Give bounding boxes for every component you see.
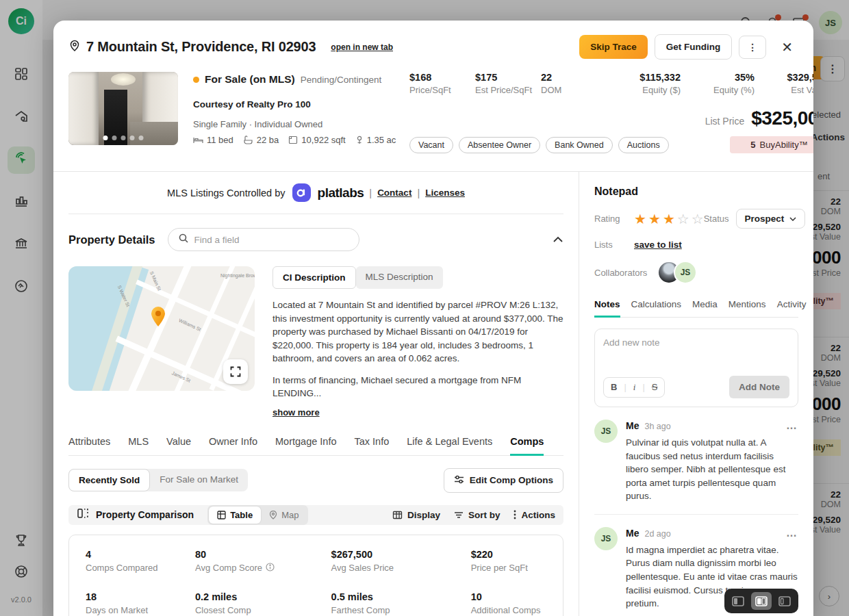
listing-status: For Sale (on MLS) [205, 73, 295, 86]
description-paragraph: Located at 7 Mountain St and identified … [273, 298, 563, 365]
mls-attribution-bar: MLS Listings Controlled by platlabs | Co… [68, 172, 563, 214]
find-field-search[interactable] [168, 228, 359, 251]
tab-mls-description[interactable]: MLS Description [356, 266, 443, 289]
tab-mortgage-info[interactable]: Mortgage Info [275, 436, 336, 455]
display-button[interactable]: Display [392, 510, 440, 520]
note-timestamp: 3h ago [644, 422, 670, 431]
comps-stats-card: 4Comps Compared 80Avg Comp Score $267,50… [68, 535, 563, 616]
contact-link[interactable]: Contact [377, 188, 411, 198]
note-author: Me [626, 528, 639, 539]
note-timestamp: 2d ago [644, 529, 670, 539]
notepad-panel: Notepad Rating ★ ★ ★ ☆ ☆ Status Prospect… [579, 172, 813, 616]
tag-absentee-owner[interactable]: Absentee Owner [459, 137, 540, 153]
chevron-up-icon[interactable] [553, 233, 563, 246]
tab-life-legal-events[interactable]: Life & Legal Events [407, 436, 492, 455]
add-note-button[interactable]: Add Note [729, 376, 789, 398]
close-icon[interactable]: ✕ [776, 36, 798, 58]
sort-by-button[interactable]: Sort by [454, 510, 500, 520]
status-dropdown[interactable]: Prospect [736, 209, 806, 229]
skip-trace-button[interactable]: Skip Trace [579, 35, 648, 59]
note-menu-icon[interactable]: … [786, 420, 798, 432]
tag-vacant[interactable]: Vacant [409, 137, 453, 153]
tab-owner-info[interactable]: Owner Info [209, 436, 257, 455]
note-menu-icon[interactable]: … [786, 527, 798, 539]
baths-feature: 22 ba [243, 135, 279, 145]
tab-attributes[interactable]: Attributes [68, 436, 110, 455]
modal-kebab-button[interactable]: ⋮ [739, 36, 766, 59]
stat-comps-compared: 4Comps Compared [86, 549, 195, 574]
view-map[interactable]: Map [261, 506, 307, 524]
star-icon[interactable]: ★ [663, 212, 675, 226]
tab-mentions[interactable]: Mentions [728, 299, 766, 317]
note-input[interactable] [603, 337, 789, 368]
tag-bank-owned[interactable]: Bank Owned [546, 137, 613, 153]
stat-equity-percent: 35%Equity (%) [681, 72, 755, 95]
note-avatar: JS [594, 420, 618, 443]
notepad-tabs: Notes Calculations Media Mentions Activi… [594, 299, 798, 318]
tab-tax-info[interactable]: Tax Info [355, 436, 390, 455]
buyability-badge: 5BuyAbility™ [730, 136, 813, 153]
lot-size-feature: 1.35 ac [355, 135, 396, 145]
property-detail-modal: 7 Mountain St, Providence, RI 02903 open… [53, 21, 813, 616]
edit-comp-options-button[interactable]: Edit Comp Options [444, 468, 563, 493]
tab-ci-description[interactable]: CI Description [273, 266, 356, 289]
map-poi-label: Nightingale Brown House [220, 273, 255, 278]
layout-left-bar-icon[interactable] [774, 592, 795, 610]
sqft-feature: 10,922 sqft [288, 135, 345, 145]
collaborator-avatar-initials[interactable]: JS [674, 261, 697, 284]
property-details-title: Property Details [68, 233, 155, 246]
tab-value[interactable]: Value [166, 436, 191, 455]
property-map[interactable]: S Main St S Water St Williams St James S… [68, 266, 255, 391]
star-icon[interactable]: ★ [634, 212, 646, 226]
tab-calculations[interactable]: Calculations [631, 299, 682, 317]
property-type-line: Single Family · Individual Owned [193, 119, 409, 129]
map-fullscreen-button[interactable] [223, 359, 248, 384]
panel-layout-toggle [724, 589, 798, 613]
photo-carousel-dots[interactable] [103, 136, 144, 140]
bold-button[interactable]: B [611, 382, 617, 392]
listing-substatus: Pending/Contingent [301, 75, 382, 85]
actions-kebab-button[interactable]: Actions [514, 510, 555, 520]
stat-est-price-sqft: $175Est Price/SqFt [475, 72, 541, 95]
strikethrough-button[interactable]: S [652, 382, 658, 392]
rating-stars[interactable]: ★ ★ ★ ☆ ☆ [634, 212, 704, 226]
comparison-title: Property Comparison [96, 509, 194, 520]
stat-avg-comp-score: 80Avg Comp Score [195, 549, 331, 574]
location-pin-icon [68, 40, 81, 55]
star-icon[interactable]: ★ [648, 212, 661, 226]
view-toggle: Table Map [207, 505, 308, 525]
stat-additional-comps: 10Additional Comps [471, 591, 546, 615]
courtesy-line: Courtesy of Realty Pro 100 [193, 99, 409, 110]
map-pin-icon [149, 306, 167, 331]
rating-label: Rating [594, 214, 634, 224]
tab-notes[interactable]: Notes [594, 299, 620, 318]
find-field-input[interactable] [194, 235, 349, 245]
toggle-recently-sold[interactable]: Recently Sold [68, 469, 150, 491]
tab-media[interactable]: Media [692, 299, 718, 317]
italic-button[interactable]: i [633, 382, 636, 393]
tab-activity[interactable]: Activity [777, 299, 807, 317]
star-icon[interactable]: ☆ [677, 212, 689, 226]
info-icon[interactable] [266, 563, 275, 574]
open-in-new-tab-link[interactable]: open in new tab [331, 42, 393, 52]
show-more-link[interactable]: show more [273, 407, 320, 418]
stat-avg-sales-price: $267,500Avg Sales Price [331, 549, 471, 574]
layout-left-collapsed-icon[interactable] [728, 592, 748, 610]
tag-auctions[interactable]: Auctions [618, 137, 669, 153]
toggle-for-sale-on-market[interactable]: For Sale on Market [150, 469, 248, 491]
property-address-title: 7 Mountain St, Providence, RI 02903 [86, 39, 316, 55]
tab-comps[interactable]: Comps [510, 436, 544, 456]
get-funding-button[interactable]: Get Funding [655, 34, 732, 60]
layout-split-icon[interactable] [751, 592, 772, 610]
property-photo[interactable] [68, 72, 178, 145]
star-icon[interactable]: ☆ [692, 212, 704, 226]
note-avatar: JS [594, 527, 618, 550]
save-to-list-link[interactable]: save to list [634, 240, 682, 250]
note-item: JS Me 3h ago … Pulvinar id quis volutpat… [594, 407, 798, 515]
licenses-link[interactable]: Licenses [425, 188, 465, 198]
note-author: Me [626, 420, 639, 431]
tab-mls[interactable]: MLS [128, 436, 149, 455]
view-table[interactable]: Table [209, 506, 261, 524]
stat-closest-comp: 0.2 milesClosest Comp [195, 591, 331, 615]
stat-equity-dollars: $115,332Equity ($) [607, 72, 681, 95]
